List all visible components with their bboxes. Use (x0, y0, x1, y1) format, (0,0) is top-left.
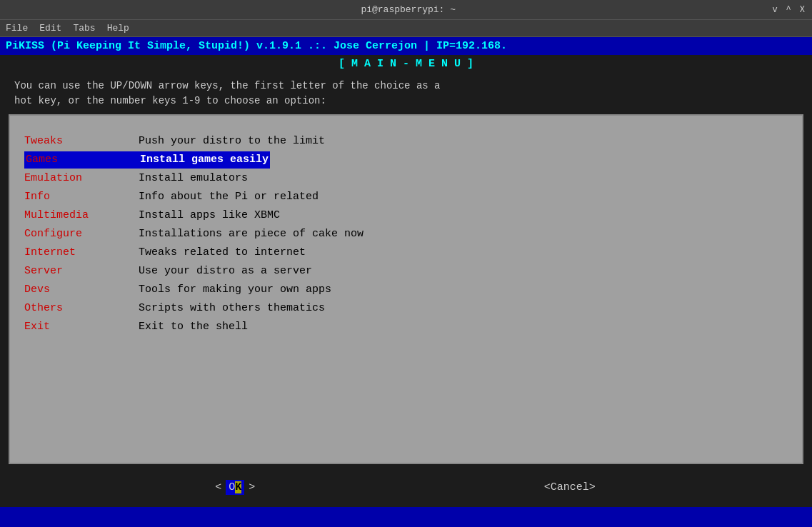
instruction-line2: hot key, or the number keys 1-9 to choos… (14, 94, 798, 109)
menu-row[interactable]: ExitExit to the shell (24, 318, 788, 336)
menu-row-label: Devs (24, 281, 139, 298)
maximize-button[interactable]: ^ (783, 5, 794, 15)
menu-help[interactable]: Help (107, 23, 129, 34)
menu-bar: File Edit Tabs Help (0, 20, 812, 37)
menu-row-label: Others (24, 300, 139, 317)
menu-row[interactable]: GamesInstall games easily (24, 151, 788, 169)
menu-row[interactable]: ConfigureInstallations are piece of cake… (24, 226, 788, 243)
menu-row-label: Configure (24, 226, 139, 243)
menu-row-desc: Push your distro to the limit (139, 133, 325, 150)
ok-btn-container[interactable]: < OK > (211, 480, 259, 495)
cancel-button[interactable]: <Cancel> (538, 480, 601, 495)
minimize-button[interactable]: v (769, 5, 780, 15)
menu-row[interactable]: ServerUse your distro as a server (24, 263, 788, 280)
close-button[interactable]: X (797, 5, 808, 15)
dialog-box: TweaksPush your distro to the limitGames… (9, 114, 803, 464)
menu-row-desc: Installations are piece of cake now (139, 226, 364, 243)
menu-row-desc: Install apps like XBMC (139, 207, 280, 224)
menu-row-label: Info (24, 189, 139, 206)
menu-row-desc: Info about the Pi or related (139, 189, 319, 206)
arrow-right[interactable]: > (244, 480, 259, 495)
arrow-left[interactable]: < (211, 480, 226, 495)
menu-file[interactable]: File (6, 23, 28, 34)
menu-row-desc: Tweaks related to internet (139, 244, 306, 261)
ok-letter-k: K (235, 481, 241, 493)
menu-row-label: Games (24, 151, 139, 169)
title-bar-buttons[interactable]: v ^ X (769, 5, 808, 15)
menu-tabs[interactable]: Tabs (73, 23, 95, 34)
menu-row-desc: Exit to the shell (139, 318, 248, 336)
menu-row[interactable]: InternetTweaks related to internet (24, 244, 788, 261)
menu-row-label: Multimedia (24, 207, 139, 224)
button-bar: < OK > <Cancel> (0, 467, 812, 507)
pikiss-header: PiKISS (Pi Keeping It Simple, Stupid!) v… (0, 37, 812, 55)
menu-row[interactable]: EmulationInstall emulators (24, 170, 788, 187)
menu-row[interactable]: OthersScripts with others thematics (24, 300, 788, 317)
menu-list: TweaksPush your distro to the limitGames… (24, 127, 788, 341)
menu-row-label: Exit (24, 318, 139, 336)
menu-row[interactable]: MultimediaInstall apps like XBMC (24, 207, 788, 224)
menu-row-label: Tweaks (24, 133, 139, 150)
ok-button[interactable]: OK (226, 480, 244, 495)
instruction-line1: You can use the UP/DOWN arrow keys, the … (14, 79, 798, 94)
title-bar: pi@raspberrypi: ~ v ^ X (0, 0, 812, 20)
menu-row-label: Server (24, 263, 139, 280)
menu-row-label: Internet (24, 244, 139, 261)
menu-row-desc: Install emulators (139, 170, 248, 187)
instruction-text: You can use the UP/DOWN arrow keys, the … (0, 73, 812, 111)
menu-row-desc: Scripts with others thematics (139, 300, 325, 317)
main-menu-title: [ M A I N - M E N U ] (0, 55, 812, 73)
menu-row-label: Emulation (24, 170, 139, 187)
status-bar (0, 507, 812, 527)
menu-row-desc: Tools for making your own apps (139, 281, 331, 298)
terminal-content: PiKISS (Pi Keeping It Simple, Stupid!) v… (0, 37, 812, 527)
title-bar-title: pi@raspberrypi: ~ (47, 4, 769, 15)
menu-row[interactable]: TweaksPush your distro to the limit (24, 133, 788, 150)
menu-row[interactable]: InfoInfo about the Pi or related (24, 189, 788, 206)
ok-letter-o: O (229, 481, 235, 493)
terminal-window: pi@raspberrypi: ~ v ^ X File Edit Tabs H… (0, 0, 812, 527)
menu-edit[interactable]: Edit (39, 23, 61, 34)
menu-row[interactable]: DevsTools for making your own apps (24, 281, 788, 298)
menu-row-desc: Install games easily (139, 151, 270, 169)
menu-row-desc: Use your distro as a server (139, 263, 312, 280)
